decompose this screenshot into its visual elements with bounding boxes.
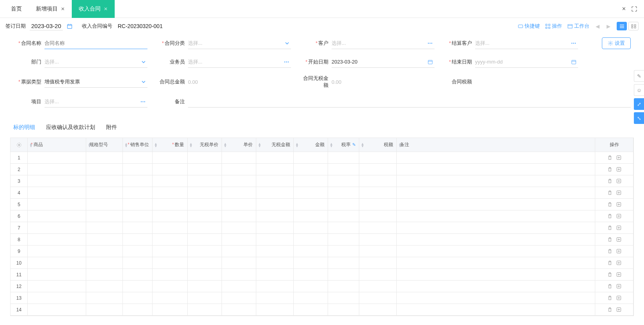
table-row[interactable]: 14 <box>11 304 633 316</box>
table-row[interactable]: 6 <box>11 210 633 222</box>
delete-row-icon[interactable] <box>607 249 612 254</box>
calendar-icon[interactable] <box>428 59 433 65</box>
fullscreen-icon[interactable] <box>632 6 637 12</box>
lookup-icon[interactable]: ⋯ <box>284 59 289 65</box>
table-row[interactable]: 11 <box>11 269 633 281</box>
delete-row-icon[interactable] <box>607 190 612 195</box>
row-index: 1 <box>11 152 28 163</box>
delete-row-icon[interactable] <box>607 260 612 265</box>
close-icon[interactable]: ✕ <box>61 6 65 12</box>
svg-rect-21 <box>572 60 576 64</box>
th-price[interactable]: ▲▼单价 <box>222 138 256 152</box>
lookup-icon[interactable]: ⋯ <box>571 40 577 46</box>
add-row-icon[interactable] <box>616 295 621 300</box>
shortcut-button[interactable]: 快捷键 <box>518 23 540 30</box>
settings-button[interactable]: 设置 <box>602 37 631 49</box>
table-row[interactable]: 5 <box>11 199 633 210</box>
field-ticket-type: *票据类型 增值税专用发票 <box>13 75 147 89</box>
delete-row-icon[interactable] <box>607 225 612 230</box>
add-row-icon[interactable] <box>616 260 621 265</box>
th-unit[interactable]: ▲▼*销售单位 <box>123 138 153 152</box>
delete-row-icon[interactable] <box>607 167 612 172</box>
table-row[interactable]: 9 <box>11 246 633 257</box>
table-row[interactable]: 2 <box>11 164 633 175</box>
row-index: 2 <box>11 164 28 175</box>
th-product[interactable]: ▲▼*商品 <box>28 138 86 152</box>
th-spec[interactable]: ▲▼规格型号 <box>86 138 123 152</box>
close-icon[interactable]: ✕ <box>104 6 108 12</box>
add-row-icon[interactable] <box>616 237 621 242</box>
edit-icon[interactable]: ✎ <box>352 142 356 147</box>
table-row[interactable]: 8 <box>11 234 633 246</box>
add-row-icon[interactable] <box>616 272 621 277</box>
delete-row-icon[interactable] <box>607 272 612 277</box>
side-collapse-icon[interactable]: ⤡ <box>634 112 644 124</box>
side-expand-icon[interactable]: ⤢ <box>634 98 644 110</box>
th-notax-price[interactable]: ▲▼无税单价 <box>188 138 222 152</box>
add-row-icon[interactable] <box>616 307 621 312</box>
side-user-icon[interactable]: ☺ <box>634 84 644 96</box>
workbench-button[interactable]: 工作台 <box>568 23 589 30</box>
th-qty[interactable]: ▲▼*数量 <box>153 138 188 152</box>
lookup-icon[interactable]: ⋯ <box>428 40 433 46</box>
delete-row-icon[interactable] <box>607 307 612 312</box>
subtab-detail[interactable]: 标的明细 <box>13 121 35 134</box>
table-row[interactable]: 10 <box>11 257 633 269</box>
chevron-down-icon[interactable] <box>141 60 146 64</box>
chevron-down-icon[interactable] <box>285 41 289 46</box>
th-taxrate[interactable]: ▲▼税率✎ <box>328 138 359 152</box>
svg-point-18 <box>610 42 611 44</box>
side-edit-icon[interactable]: ✎ <box>634 70 644 82</box>
close-all-icon[interactable]: ✕ <box>622 6 626 12</box>
delete-row-icon[interactable] <box>607 202 612 207</box>
add-row-icon[interactable] <box>616 284 621 289</box>
prev-icon[interactable]: ◀ <box>595 23 600 29</box>
view-grid-button[interactable] <box>628 22 639 30</box>
add-row-icon[interactable] <box>616 202 621 207</box>
table-row[interactable]: 4 <box>11 187 633 199</box>
table-row[interactable]: 3 <box>11 175 633 187</box>
tab-home[interactable]: 首页 <box>4 0 29 18</box>
add-row-icon[interactable] <box>616 178 621 184</box>
view-list-button[interactable] <box>617 22 627 30</box>
delete-row-icon[interactable] <box>607 295 612 300</box>
table-row[interactable]: 12 <box>11 281 633 292</box>
delete-row-icon[interactable] <box>607 214 612 219</box>
subtab-receivable[interactable]: 应收确认及收款计划 <box>46 121 95 134</box>
operate-button[interactable]: 操作 <box>545 23 562 30</box>
add-row-icon[interactable] <box>616 190 621 195</box>
add-row-icon[interactable] <box>616 214 621 219</box>
gear-column[interactable] <box>11 138 28 152</box>
delete-row-icon[interactable] <box>607 237 612 242</box>
field-tax-amount: 合同税额 <box>444 75 578 89</box>
lookup-icon[interactable]: ⋯ <box>140 99 146 104</box>
th-tax[interactable]: ▲▼税额 <box>359 138 397 152</box>
delete-row-icon[interactable] <box>607 155 612 160</box>
th-notax-amt[interactable]: ▲▼无税金额 <box>256 138 294 152</box>
subtab-attachment[interactable]: 附件 <box>106 121 117 134</box>
tab-label: 首页 <box>11 5 22 12</box>
th-note[interactable]: ▲▼备注 <box>397 138 595 152</box>
add-row-icon[interactable] <box>616 155 621 160</box>
th-amt[interactable]: ▲▼金额 <box>294 138 328 152</box>
next-icon[interactable]: ▶ <box>606 23 611 29</box>
table-row[interactable]: 13 <box>11 292 633 304</box>
th-ops: 操作 <box>595 138 633 152</box>
calendar-icon[interactable] <box>571 59 577 65</box>
add-row-icon[interactable] <box>616 225 621 230</box>
delete-row-icon[interactable] <box>607 284 612 289</box>
add-row-icon[interactable] <box>616 249 621 254</box>
delete-row-icon[interactable] <box>607 178 612 184</box>
field-contract-name: *合同名称 <box>13 37 147 49</box>
calendar-icon[interactable] <box>67 23 73 29</box>
tab-income-contract[interactable]: 收入合同 ✕ <box>72 0 115 18</box>
tab-new-project[interactable]: 新增项目 ✕ <box>29 0 72 18</box>
contract-name-input[interactable] <box>44 40 147 46</box>
add-row-icon[interactable] <box>616 167 621 172</box>
table-row[interactable]: 1 <box>11 152 633 164</box>
svg-rect-6 <box>548 24 550 25</box>
sign-date-value[interactable]: 2023-03-20 <box>30 22 63 30</box>
remark-input[interactable] <box>188 99 631 104</box>
table-row[interactable]: 7 <box>11 222 633 234</box>
chevron-down-icon[interactable] <box>141 79 146 84</box>
